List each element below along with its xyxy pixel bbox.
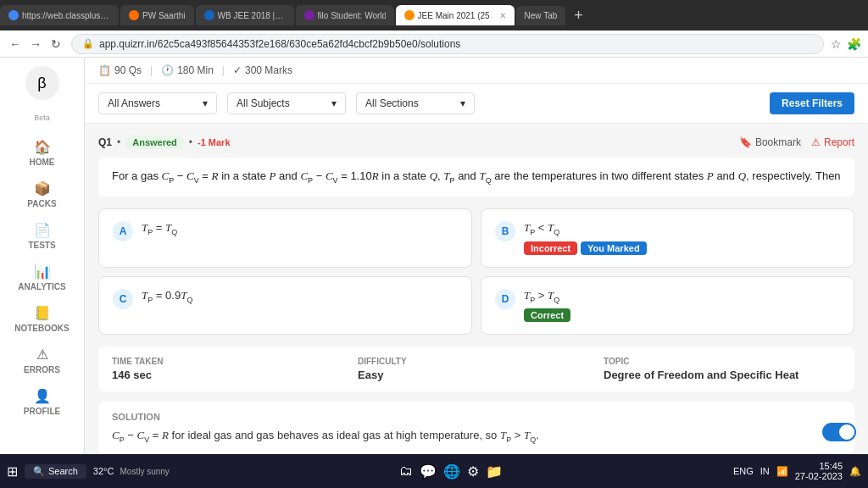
tab-3[interactable]: WB JEE 2018 | d and f Block Elem...	[196, 5, 294, 25]
answers-filter-chevron: ▾	[203, 97, 208, 109]
tab-label-2: PW Saarthi	[142, 11, 186, 20]
tab-favicon-3	[204, 10, 214, 20]
math-p2: P	[707, 169, 714, 182]
question-meta: Q1 • Answered • -1 Mark	[98, 136, 231, 149]
sidebar-label-tests: TESTS	[28, 241, 55, 250]
sidebar-item-profile[interactable]: 👤 PROFILE	[0, 381, 84, 423]
lock-icon: 🔒	[82, 38, 94, 49]
back-button[interactable]: ←	[7, 36, 24, 53]
subjects-filter[interactable]: All Subjects ▾	[227, 92, 346, 114]
question-area: Q1 • Answered • -1 Mark 🔖 Bookmark ⚠ Rep…	[85, 124, 868, 488]
app-layout: β Beta 🏠 HOME 📦 PACKS 📄 TESTS 📊 ANALYTIC…	[0, 58, 868, 488]
windows-icon[interactable]: ⊞	[7, 463, 18, 480]
option-a-text: TP = TQ	[142, 221, 458, 236]
math-tq: T	[479, 169, 485, 182]
stat-topic: TOPIC Degree of Freedom and Specific Hea…	[604, 357, 841, 381]
forward-button[interactable]: →	[27, 36, 44, 53]
reset-filters-button[interactable]: Reset Filters	[770, 92, 854, 114]
question-text: For a gas CP − CV = R in a state P and C…	[98, 158, 854, 197]
tab-label-6: New Tab	[525, 11, 558, 20]
reload-button[interactable]: ↻	[47, 36, 64, 53]
report-button[interactable]: ⚠ Report	[811, 136, 854, 148]
option-a[interactable]: A TP = TQ	[98, 208, 472, 268]
new-tab-button[interactable]: +	[567, 7, 590, 25]
search-bar[interactable]: 🔍 Search	[25, 464, 86, 479]
sections-filter-chevron: ▾	[460, 97, 465, 109]
notification-icon[interactable]: 🔔	[849, 466, 861, 477]
stat-time: TIME TAKEN 146 sec	[112, 357, 349, 381]
option-d[interactable]: D TP > TQ Correct	[481, 276, 854, 336]
sidebar-item-notebooks[interactable]: 📒 NOTEBOOKS	[0, 298, 84, 340]
taskbar-app-5[interactable]: 📁	[486, 463, 503, 480]
sidebar-item-analytics[interactable]: 📊 ANALYTICS	[0, 257, 84, 298]
option-b-label: B	[495, 221, 515, 241]
tab-6[interactable]: New Tab	[516, 6, 566, 25]
tab-5[interactable]: JEE Main 2021 (25 Jul Shift ✕	[396, 5, 515, 25]
sections-filter-label: All Sections	[365, 97, 419, 109]
difficulty-value: Easy	[358, 369, 595, 381]
taskbar-app-2[interactable]: 💬	[420, 463, 437, 480]
analytics-icon: 📊	[34, 263, 51, 280]
option-d-content: TP > TQ Correct	[524, 289, 840, 323]
option-c[interactable]: C TP = 0.9TQ	[98, 276, 472, 336]
taskbar-app-3[interactable]: 🌐	[443, 463, 460, 480]
solution-area: SOLUTION CP − CV = R for ideal gas and g…	[98, 402, 854, 456]
tab-favicon-2	[129, 10, 139, 20]
option-d-badges: Correct	[524, 308, 840, 322]
taskbar-region: IN	[760, 466, 770, 476]
sidebar-item-packs[interactable]: 📦 PACKS	[0, 174, 84, 215]
option-b[interactable]: B TP < TQ Incorrect You Marked	[481, 208, 854, 268]
time-taken-label: TIME TAKEN	[112, 357, 349, 366]
tab-4[interactable]: filo Student: World's Only Live ...	[296, 5, 394, 25]
sidebar-item-tests[interactable]: 📄 TESTS	[0, 215, 84, 257]
question-count-icon: 📋	[98, 64, 111, 76]
tab-favicon-5	[404, 10, 415, 20]
time-display: 180 Min	[177, 64, 214, 76]
marks-icon: ✓	[233, 64, 242, 76]
url-bar[interactable]: 🔒 app.quizrr.in/62c5ca493f85644353f2e168…	[71, 34, 824, 54]
difficulty-label: DIFFICULTY	[358, 357, 595, 366]
search-icon: 🔍	[33, 466, 45, 477]
stats-row: TIME TAKEN 146 sec DIFFICULTY Easy TOPIC…	[98, 347, 854, 391]
toggle-switch[interactable]	[822, 423, 856, 441]
tab-1[interactable]: https://web.classplusapp.com/h...	[0, 5, 119, 25]
tab-favicon-1	[8, 10, 19, 20]
beta-label: Beta	[34, 114, 50, 122]
bookmark-star-icon[interactable]: ☆	[831, 37, 842, 51]
main-content: 📋 90 Qs | 🕐 180 Min | ✓ 300 Marks All An…	[85, 58, 868, 488]
time-taken-value: 146 sec	[112, 369, 349, 381]
sidebar-label-notebooks: NOTEBOOKS	[14, 324, 69, 333]
option-c-label: C	[113, 289, 133, 309]
sections-filter[interactable]: All Sections ▾	[356, 92, 475, 114]
toggle-area	[822, 423, 856, 441]
sidebar-logo: β	[25, 66, 59, 100]
subjects-filter-chevron: ▾	[331, 97, 337, 109]
option-d-text: TP > TQ	[524, 289, 840, 304]
answers-filter[interactable]: All Answers ▾	[98, 92, 217, 114]
stat-difficulty: DIFFICULTY Easy	[358, 357, 595, 381]
option-b-badges: Incorrect You Marked	[524, 241, 840, 255]
taskbar-lang: ENG	[733, 466, 754, 476]
mark-badge: -1 Mark	[198, 137, 231, 147]
tab-close-5[interactable]: ✕	[499, 11, 506, 20]
notebooks-icon: 📒	[34, 305, 51, 321]
question-header: Q1 • Answered • -1 Mark 🔖 Bookmark ⚠ Rep…	[98, 136, 854, 149]
sidebar-item-home[interactable]: 🏠 HOME	[0, 132, 84, 174]
option-b-content: TP < TQ Incorrect You Marked	[524, 221, 840, 255]
question-actions: 🔖 Bookmark ⚠ Report	[739, 136, 854, 148]
taskbar-app-1[interactable]: 🗂	[399, 463, 413, 479]
sidebar-item-errors[interactable]: ⚠ ERRORS	[0, 340, 84, 381]
extensions-icon[interactable]: 🧩	[847, 37, 861, 51]
toggle-thumb	[839, 424, 854, 440]
option-a-label: A	[113, 221, 133, 241]
math-cv2: C	[326, 169, 333, 182]
math-q1: Q	[430, 169, 437, 182]
sidebar-label-packs: PACKS	[27, 199, 56, 208]
tab-2[interactable]: PW Saarthi	[120, 5, 194, 25]
taskbar-app-4[interactable]: ⚙	[467, 463, 479, 480]
weather-desc: Mostly sunny	[120, 467, 170, 476]
address-bar: ← → ↻ 🔒 app.quizrr.in/62c5ca493f85644353…	[0, 30, 868, 58]
sidebar-label-errors: ERRORS	[24, 365, 60, 374]
bookmark-button[interactable]: 🔖 Bookmark	[739, 136, 801, 148]
search-label: Search	[48, 466, 78, 476]
